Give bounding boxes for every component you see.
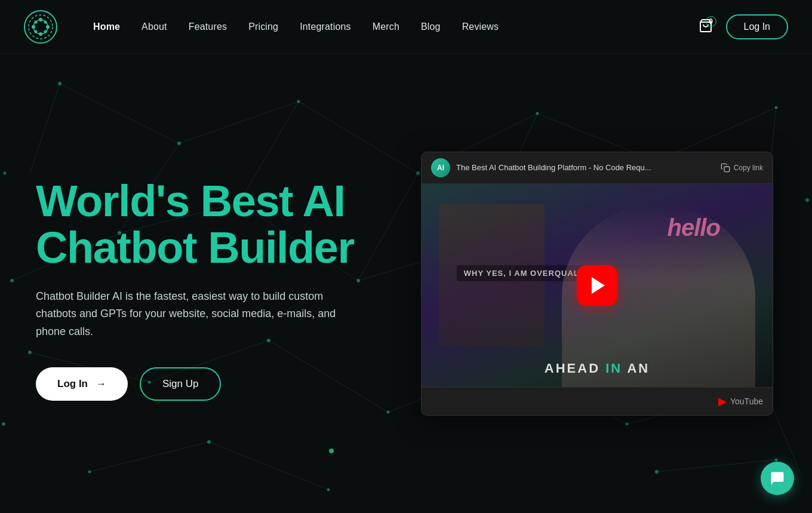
cart-count: 0 — [706, 16, 716, 27]
svg-line-12 — [60, 84, 179, 143]
video-avatar: AI — [431, 158, 450, 177]
hero-login-button[interactable]: Log In → — [36, 367, 128, 401]
svg-point-46 — [775, 106, 778, 109]
nav-link-reviews[interactable]: Reviews — [462, 21, 499, 32]
svg-point-6 — [46, 25, 50, 29]
svg-rect-71 — [724, 167, 730, 172]
hero-buttons: Log In → Sign Up — [36, 367, 394, 401]
nav-link-home[interactable]: Home — [93, 21, 120, 32]
svg-line-37 — [657, 460, 776, 472]
svg-point-3 — [39, 18, 42, 21]
svg-point-8 — [44, 30, 47, 33]
play-triangle-icon — [592, 277, 605, 294]
svg-point-67 — [4, 172, 7, 175]
video-bottom-text: AHEAD IN AN — [545, 361, 650, 376]
svg-point-69 — [2, 422, 5, 426]
svg-point-53 — [28, 351, 32, 354]
bottom-text-part2: AN — [622, 361, 650, 376]
nav-link-integrations[interactable]: Integrations — [300, 21, 351, 32]
copy-label: Copy link — [734, 164, 763, 172]
svg-point-64 — [775, 459, 778, 462]
nav-item-blog[interactable]: Blog — [421, 21, 441, 32]
play-button[interactable] — [577, 265, 617, 306]
video-thumbnail[interactable]: WHY YES, I AM OVERQUALIFIED hello AHEAD … — [422, 184, 773, 387]
copy-icon — [721, 163, 730, 173]
bottom-text-part1: AHEAD — [545, 361, 605, 376]
logo-icon — [24, 10, 57, 44]
nav-links: Home About Features Pricing Integrations… — [93, 21, 499, 32]
hero-title: World's Best AI Chatbot Builder — [36, 178, 394, 271]
nav-item-integrations[interactable]: Integrations — [300, 21, 351, 32]
bottom-text-in: IN — [605, 361, 622, 376]
nav-item-home[interactable]: Home — [93, 21, 120, 32]
svg-point-62 — [327, 489, 330, 492]
hero-signup-button[interactable]: Sign Up — [140, 367, 221, 401]
svg-point-61 — [207, 440, 211, 444]
nav-item-reviews[interactable]: Reviews — [462, 21, 499, 32]
svg-point-56 — [387, 411, 390, 414]
cart-button[interactable]: 0 — [697, 19, 714, 35]
navbar: Home About Features Pricing Integrations… — [0, 0, 812, 54]
svg-point-0 — [24, 11, 57, 43]
video-container[interactable]: AI The Best AI Chatbot Building Platform… — [421, 152, 773, 416]
chat-widget-button[interactable] — [761, 462, 794, 495]
nav-link-about[interactable]: About — [142, 21, 167, 32]
svg-point-44 — [536, 112, 539, 115]
hero-login-label: Log In — [57, 378, 88, 390]
svg-line-13 — [179, 102, 299, 143]
youtube-logo: ▶ YouTube — [718, 395, 763, 408]
youtube-label: YouTube — [730, 397, 763, 406]
nav-item-features[interactable]: Features — [189, 21, 227, 32]
navbar-right: 0 Log In — [697, 14, 788, 39]
svg-point-42 — [297, 100, 300, 103]
svg-point-4 — [39, 32, 42, 36]
svg-line-35 — [90, 442, 209, 472]
youtube-icon: ▶ — [718, 395, 727, 408]
hero-section: World's Best AI Chatbot Builder Chatbot … — [0, 54, 812, 513]
cart-icon-wrapper: 0 — [697, 19, 714, 35]
svg-point-65 — [10, 279, 14, 282]
video-copy-button[interactable]: Copy link — [721, 163, 763, 173]
video-title: The Best AI Chatbot Building Platform - … — [456, 163, 651, 172]
svg-point-58 — [626, 423, 629, 426]
svg-point-60 — [88, 471, 91, 474]
svg-point-9 — [44, 20, 47, 23]
svg-line-36 — [209, 442, 328, 490]
svg-point-10 — [35, 30, 38, 33]
nav-item-about[interactable]: About — [142, 21, 167, 32]
arrow-icon: → — [96, 378, 106, 390]
svg-point-41 — [177, 142, 181, 145]
nav-link-merch[interactable]: Merch — [373, 21, 399, 32]
logo-wrapper[interactable] — [24, 10, 57, 44]
nav-link-blog[interactable]: Blog — [421, 21, 441, 32]
svg-line-14 — [299, 102, 418, 173]
svg-point-40 — [58, 82, 61, 85]
nav-link-features[interactable]: Features — [189, 21, 227, 32]
nav-link-pricing[interactable]: Pricing — [248, 21, 278, 32]
nav-item-merch[interactable]: Merch — [373, 21, 399, 32]
hero-subtitle: Chatbot Builder AI is the fastest, easie… — [36, 288, 358, 341]
svg-point-70 — [805, 198, 809, 202]
navbar-login-button[interactable]: Log In — [726, 14, 788, 39]
video-topbar: AI The Best AI Chatbot Building Platform… — [422, 152, 773, 184]
hero-left: World's Best AI Chatbot Builder Chatbot … — [36, 166, 394, 400]
svg-point-5 — [32, 25, 35, 29]
video-footer: ▶ YouTube — [422, 387, 773, 415]
chat-icon — [769, 470, 786, 487]
video-topbar-left: AI The Best AI Chatbot Building Platform… — [431, 158, 651, 177]
svg-line-33 — [30, 84, 60, 173]
nav-item-pricing[interactable]: Pricing — [248, 21, 278, 32]
navbar-left: Home About Features Pricing Integrations… — [24, 10, 499, 44]
svg-point-7 — [35, 20, 38, 23]
hero-right: AI The Best AI Chatbot Building Platform… — [418, 152, 776, 416]
svg-point-63 — [655, 470, 659, 474]
svg-point-68 — [329, 449, 334, 453]
